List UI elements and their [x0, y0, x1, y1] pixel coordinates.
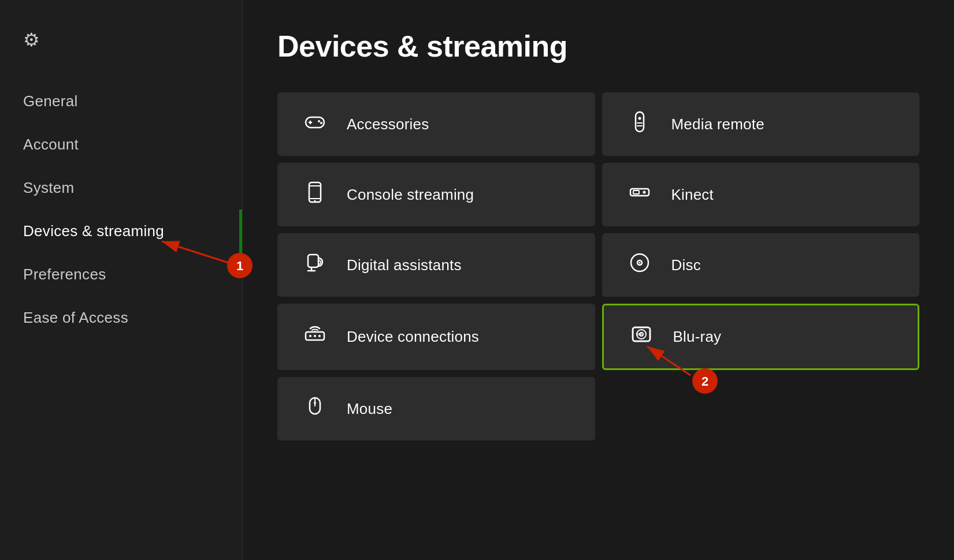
svg-point-19 — [639, 262, 640, 263]
disc-label: Disc — [671, 256, 701, 274]
svg-text:BD: BD — [636, 333, 641, 336]
svg-point-6 — [638, 117, 641, 120]
svg-point-15 — [643, 191, 645, 193]
sidebar-item-system[interactable]: System — [0, 166, 242, 210]
disc-icon — [625, 251, 654, 279]
main-content: Devices & streaming Accessories — [243, 0, 954, 560]
kinect-icon — [625, 181, 654, 209]
gear-icon: ⚙ — [23, 29, 40, 50]
sidebar-item-label: General — [23, 92, 78, 110]
bluray-icon: BD — [627, 323, 656, 351]
svg-point-33 — [314, 402, 316, 404]
sidebar-item-account[interactable]: Account — [0, 123, 242, 166]
sidebar-item-label: Preferences — [23, 266, 106, 283]
digital-assistants-item[interactable]: Digital assistants — [277, 233, 595, 297]
console-streaming-item[interactable]: Console streaming — [277, 163, 595, 226]
svg-point-24 — [318, 335, 321, 337]
svg-rect-5 — [636, 112, 644, 132]
disc-item[interactable]: Disc — [602, 233, 920, 297]
settings-grid: Accessories Media remote — [277, 92, 919, 440]
remote-icon — [625, 110, 654, 139]
sidebar-item-label: System — [23, 179, 74, 196]
device-connections-label: Device connections — [347, 328, 479, 346]
blu-ray-label: Blu-ray — [673, 328, 722, 346]
media-remote-label: Media remote — [671, 115, 764, 133]
page-title: Devices & streaming — [277, 29, 919, 64]
sidebar-item-preferences[interactable]: Preferences — [0, 253, 242, 296]
kinect-label: Kinect — [671, 186, 714, 204]
assistant-icon — [300, 251, 329, 279]
sidebar: ⚙ General Account System Devices & strea… — [0, 0, 243, 560]
svg-point-21 — [314, 331, 316, 333]
digital-assistants-label: Digital assistants — [347, 256, 462, 274]
console-streaming-label: Console streaming — [347, 186, 474, 204]
mouse-label: Mouse — [347, 400, 392, 418]
sidebar-item-label: Devices & streaming — [23, 222, 164, 240]
phone-icon — [300, 181, 329, 209]
accessories-label: Accessories — [347, 115, 429, 133]
sidebar-item-general[interactable]: General — [0, 80, 242, 123]
sidebar-item-label: Ease of Access — [23, 309, 128, 326]
svg-point-23 — [314, 335, 316, 337]
device-connections-item[interactable]: Device connections — [277, 304, 595, 370]
svg-point-22 — [309, 335, 311, 337]
svg-point-4 — [320, 122, 322, 124]
sidebar-item-ease-of-access[interactable]: Ease of Access — [0, 296, 242, 339]
svg-point-12 — [314, 200, 316, 201]
sidebar-gear: ⚙ — [0, 23, 242, 80]
svg-point-3 — [318, 120, 320, 122]
router-icon — [300, 323, 329, 351]
sidebar-item-label: Account — [23, 136, 79, 153]
mouse-icon — [300, 395, 329, 423]
mouse-item[interactable]: Mouse — [277, 377, 595, 440]
gamepad-icon — [300, 110, 329, 139]
media-remote-item[interactable]: Media remote — [602, 92, 920, 156]
accessories-item[interactable]: Accessories — [277, 92, 595, 156]
blu-ray-item[interactable]: BD Blu-ray — [602, 304, 920, 370]
sidebar-item-devices-streaming[interactable]: Devices & streaming — [0, 210, 242, 253]
svg-rect-14 — [633, 191, 639, 194]
kinect-item[interactable]: Kinect — [602, 163, 920, 226]
sidebar-navigation: General Account System Devices & streami… — [0, 80, 242, 339]
svg-rect-16 — [308, 255, 318, 267]
